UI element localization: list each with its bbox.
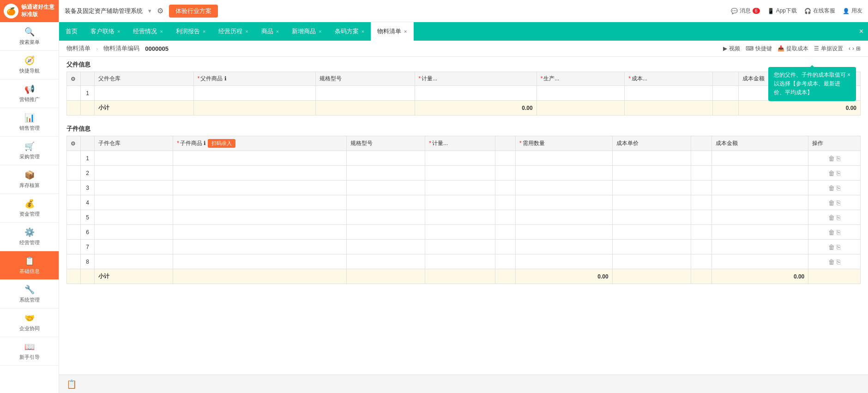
child-row-2-delete-btn[interactable]: 🗑 (828, 169, 835, 177)
child-row-1-unit-cost[interactable] (612, 151, 691, 166)
child-row-6-unit-cost[interactable] (612, 225, 691, 240)
nav-tab-customer[interactable]: 客户联络× (84, 22, 127, 41)
close-tab-goods-btn[interactable]: × (276, 29, 279, 34)
child-row-1-copy-btn[interactable]: ⎘ (837, 155, 840, 162)
child-row-5-unit-cost[interactable] (612, 210, 691, 225)
child-row-7-qty[interactable] (516, 240, 613, 254)
breadcrumb-bom[interactable]: 物料清单 (66, 44, 90, 53)
child-row-1-spec[interactable] (347, 151, 425, 166)
close-tab-operation-history-btn[interactable]: × (245, 29, 248, 34)
child-row-6-spec[interactable] (347, 225, 425, 240)
parent-row-1-cost[interactable] (625, 86, 712, 101)
child-row-3-unit-cost[interactable] (612, 181, 691, 195)
nav-tab-home[interactable]: 首页 (59, 22, 84, 41)
nav-tab-barcode[interactable]: 条码方案× (328, 22, 371, 41)
child-row-6-copy-btn[interactable]: ⎘ (837, 229, 840, 236)
shortcut-btn[interactable]: ⌨ 快捷键 (746, 45, 772, 53)
child-row-1-warehouse[interactable] (95, 151, 173, 166)
close-tab-customer-btn[interactable]: × (117, 29, 120, 34)
child-row-8-delete-btn[interactable]: 🗑 (828, 258, 835, 266)
sidebar-item-quick-nav[interactable]: 🧭快捷导航 (0, 51, 59, 79)
child-row-7-warehouse[interactable] (95, 240, 173, 254)
child-row-2-spec[interactable] (347, 166, 425, 181)
child-row-6-qty[interactable] (516, 225, 613, 240)
parent-row-1-unit[interactable] (415, 86, 536, 101)
child-row-5-spec[interactable] (347, 210, 425, 225)
child-row-3-delete-btn[interactable]: 🗑 (828, 184, 835, 192)
child-row-1-delete-btn[interactable]: 🗑 (828, 155, 835, 162)
child-row-8-goods[interactable] (173, 254, 347, 269)
bottom-doc-icon[interactable]: 📋 (66, 379, 77, 389)
nav-tab-operation-status[interactable]: 经营情况× (127, 22, 169, 41)
nav-tab-goods[interactable]: 商品× (255, 22, 285, 41)
child-row-6-goods[interactable] (173, 225, 347, 240)
child-row-8-qty[interactable] (516, 254, 613, 269)
experience-btn[interactable]: 体验行业方案 (169, 5, 218, 18)
sidebar-item-sales[interactable]: 📊销售管理 (0, 108, 59, 137)
parent-row-1-warehouse[interactable] (95, 86, 194, 101)
child-row-4-spec[interactable] (347, 195, 425, 210)
child-row-3-copy-btn[interactable]: ⎘ (837, 184, 840, 192)
child-row-7-delete-btn[interactable]: 🗑 (828, 243, 835, 251)
parent-row-1-spec[interactable] (315, 86, 415, 101)
close-tab-operation-status-btn[interactable]: × (160, 29, 163, 34)
child-row-2-goods[interactable] (173, 166, 347, 181)
close-tab-profit-report-btn[interactable]: × (203, 29, 205, 34)
parent-row-1-goods[interactable] (193, 86, 315, 101)
child-row-2-qty[interactable] (516, 166, 613, 181)
sidebar-item-operation[interactable]: ⚙️经营管理 (0, 223, 59, 251)
child-row-7-unit-cost[interactable] (612, 240, 691, 254)
online-support-btn[interactable]: 🎧 在线客服 (804, 7, 835, 15)
child-row-4-copy-btn[interactable]: ⎘ (837, 199, 840, 206)
extract-cost-btn[interactable]: 📥 提取成本 (778, 45, 808, 53)
sidebar-item-search[interactable]: 🔍搜索菜单 (0, 22, 59, 51)
sidebar-item-system[interactable]: 🔧系统管理 (0, 280, 59, 308)
grid-view-btn[interactable]: ⊞ (856, 45, 861, 52)
child-row-7-copy-btn[interactable]: ⎘ (837, 243, 840, 251)
parent-row-1-produce[interactable] (536, 86, 624, 101)
dropdown-arrow-icon[interactable]: ▾ (148, 7, 151, 14)
child-row-5-goods[interactable] (173, 210, 347, 225)
child-row-4-goods[interactable] (173, 195, 347, 210)
child-row-3-warehouse[interactable] (95, 181, 173, 195)
child-row-4-unit-cost[interactable] (612, 195, 691, 210)
child-row-5-warehouse[interactable] (95, 210, 173, 225)
message-btn[interactable]: 💬 消息 6 (731, 7, 760, 15)
child-row-4-unit[interactable] (425, 195, 495, 210)
settings-icon[interactable]: ⚙ (157, 6, 163, 15)
sidebar-item-inventory[interactable]: 📦库存核算 (0, 165, 59, 194)
child-row-3-unit[interactable] (425, 181, 495, 195)
child-row-1-goods[interactable] (173, 151, 347, 166)
close-tab-barcode-btn[interactable]: × (362, 29, 364, 34)
child-row-3-spec[interactable] (347, 181, 425, 195)
child-row-6-warehouse[interactable] (95, 225, 173, 240)
child-row-6-delete-btn[interactable]: 🗑 (828, 229, 835, 236)
user-menu[interactable]: 👤 用友 (843, 7, 862, 15)
child-row-1-qty[interactable] (516, 151, 613, 166)
child-row-2-copy-btn[interactable]: ⎘ (837, 169, 840, 177)
child-row-3-goods[interactable] (173, 181, 347, 195)
close-tab-new-goods-btn[interactable]: × (319, 29, 321, 34)
sidebar-item-basic-info[interactable]: 📋基础信息 (0, 251, 59, 280)
prev-page-btn[interactable]: ‹ (849, 45, 850, 52)
nav-tab-operation-history[interactable]: 经营历程× (212, 22, 254, 41)
nav-tab-new-goods[interactable]: 新增商品× (285, 22, 328, 41)
child-settings-col-icon[interactable]: ⚙ (71, 140, 76, 147)
child-row-5-delete-btn[interactable]: 🗑 (828, 214, 835, 221)
next-page-btn[interactable]: › (852, 45, 854, 52)
sidebar-item-enterprise[interactable]: 🤝企业协同 (0, 308, 59, 337)
child-row-4-warehouse[interactable] (95, 195, 173, 210)
sidebar-item-marketing[interactable]: 📢营销推广 (0, 79, 59, 108)
child-row-8-spec[interactable] (347, 254, 425, 269)
app-download-btn[interactable]: 📱 App下载 (767, 7, 797, 15)
child-row-7-goods[interactable] (173, 240, 347, 254)
child-row-2-unit-cost[interactable] (612, 166, 691, 181)
child-row-6-unit[interactable] (425, 225, 495, 240)
settings-col-icon[interactable]: ⚙ (71, 76, 76, 82)
child-row-8-copy-btn[interactable]: ⎘ (837, 258, 840, 266)
single-setting-btn[interactable]: ☰ 单据设置 (814, 45, 843, 53)
scan-btn[interactable]: 扫码录入 (208, 139, 235, 148)
child-row-1-unit[interactable] (425, 151, 495, 166)
child-row-5-unit[interactable] (425, 210, 495, 225)
sidebar-item-finance[interactable]: 💰资金管理 (0, 194, 59, 223)
